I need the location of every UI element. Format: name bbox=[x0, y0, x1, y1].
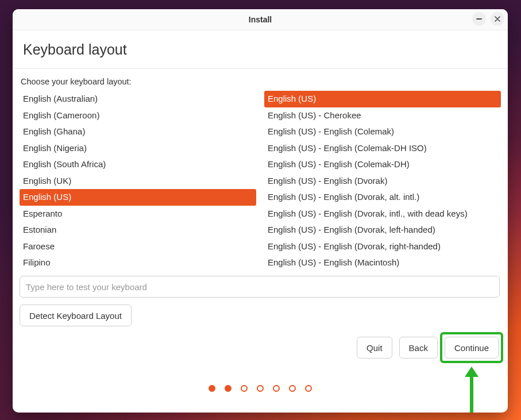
list-item[interactable]: English (US) - English (Macintosh) bbox=[264, 255, 501, 269]
variant-list[interactable]: English (US)English (US) - CherokeeEngli… bbox=[264, 91, 501, 269]
variant-list-pane: English (US)English (US) - CherokeeEngli… bbox=[264, 91, 501, 269]
list-item[interactable]: English (US) - English (Dvorak, alt. int… bbox=[264, 189, 501, 206]
list-item[interactable]: English (Cameroon) bbox=[20, 107, 256, 124]
progress-dot bbox=[257, 385, 264, 392]
continue-button[interactable]: Continue bbox=[445, 337, 499, 359]
list-item[interactable]: English (Nigeria) bbox=[20, 140, 256, 157]
list-item[interactable]: English (UK) bbox=[20, 173, 256, 190]
progress-dot bbox=[289, 385, 296, 392]
list-item[interactable]: English (US) - English (Dvorak, right-ha… bbox=[264, 238, 501, 255]
minimize-icon bbox=[476, 18, 482, 20]
window-controls bbox=[472, 12, 504, 26]
list-item[interactable]: English (US) - English (Colemak-DH ISO) bbox=[264, 140, 501, 157]
installer-window: Install Keyboard layout Choose your keyb… bbox=[13, 9, 508, 413]
progress-dot bbox=[209, 385, 215, 392]
layout-columns: English (Australian)English (Cameroon)En… bbox=[20, 91, 501, 269]
titlebar: Install bbox=[13, 9, 508, 30]
list-item[interactable]: English (US) bbox=[264, 91, 501, 107]
close-button[interactable] bbox=[491, 12, 504, 26]
list-item[interactable]: English (US) - English (Dvorak) bbox=[264, 173, 501, 190]
list-item[interactable]: English (US) - Cherokee bbox=[264, 107, 501, 124]
close-icon bbox=[495, 16, 500, 22]
back-button[interactable]: Back bbox=[399, 337, 438, 359]
progress-dots bbox=[13, 385, 508, 392]
page-body: Choose your keyboard layout: English (Au… bbox=[13, 69, 508, 413]
list-item[interactable]: English (South Africa) bbox=[20, 156, 256, 173]
window-title: Install bbox=[249, 15, 272, 24]
minimize-button[interactable] bbox=[472, 12, 486, 26]
page-title: Keyboard layout bbox=[23, 41, 497, 58]
list-item[interactable]: English (US) - English (Colemak-DH) bbox=[264, 156, 501, 173]
list-item[interactable]: English (Australian) bbox=[20, 91, 256, 107]
keyboard-test-input[interactable] bbox=[20, 276, 500, 298]
progress-dot bbox=[241, 385, 248, 392]
progress-dot bbox=[225, 385, 231, 392]
detect-wrap: Detect Keyboard Layout bbox=[20, 305, 501, 326]
page-header: Keyboard layout bbox=[13, 30, 508, 69]
content: Keyboard layout Choose your keyboard lay… bbox=[13, 30, 508, 413]
list-item[interactable]: English (Ghana) bbox=[20, 124, 256, 140]
footer-buttons: Quit Back Continue bbox=[20, 337, 501, 359]
quit-button[interactable]: Quit bbox=[357, 337, 392, 359]
list-item[interactable]: English (US) - English (Colemak) bbox=[264, 124, 501, 140]
detect-keyboard-button[interactable]: Detect Keyboard Layout bbox=[20, 305, 132, 326]
language-list-pane: English (Australian)English (Cameroon)En… bbox=[20, 91, 256, 269]
list-item[interactable]: Filipino bbox=[20, 255, 256, 269]
list-item[interactable]: Faroese bbox=[20, 238, 256, 255]
list-item[interactable]: Estonian bbox=[20, 222, 256, 238]
list-item[interactable]: English (US) - English (Dvorak, intl., w… bbox=[264, 206, 501, 222]
list-item[interactable]: English (US) - English (Dvorak, left-han… bbox=[264, 222, 501, 238]
language-list[interactable]: English (Australian)English (Cameroon)En… bbox=[20, 91, 256, 269]
list-item[interactable]: English (US) bbox=[20, 189, 256, 206]
list-item[interactable]: Esperanto bbox=[20, 206, 256, 222]
layout-prompt: Choose your keyboard layout: bbox=[21, 77, 501, 86]
progress-dot bbox=[305, 385, 312, 392]
progress-dot bbox=[273, 385, 280, 392]
